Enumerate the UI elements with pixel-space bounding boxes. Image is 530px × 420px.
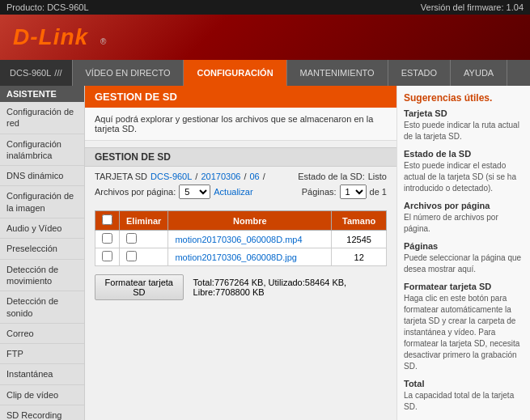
sidebar-item-sd-recording[interactable]: SD Recording	[0, 405, 84, 420]
pages-select[interactable]: 1	[340, 185, 367, 199]
row2-checkbox-cell	[95, 248, 120, 266]
row1-delete-cell	[120, 231, 168, 248]
row2-checkbox[interactable]	[102, 251, 112, 261]
row1-checkbox[interactable]	[102, 233, 112, 244]
main-info-text: Aquí podrá explorar y gestionar los arch…	[85, 108, 396, 141]
sd-status-label: Estado de la SD:	[298, 172, 365, 181]
sidebar-item-audio-video[interactable]: Audio y Vídeo	[0, 218, 84, 239]
sidebar-item-ftp[interactable]: FTP	[0, 344, 84, 364]
row2-size: 12	[332, 248, 387, 266]
help-formatear-title: Formatear tarjeta SD	[404, 282, 524, 291]
nav-ayuda[interactable]: AYUDA	[451, 60, 507, 86]
sd-label: TARJETA SD	[95, 172, 147, 181]
sd-info-row-top: TARJETA SD DCS-960L / 20170306 / 06 / Es…	[95, 172, 387, 181]
per-page-label: Archivos por página:	[95, 187, 176, 197]
format-button[interactable]: Formatear tarjeta SD	[95, 274, 184, 300]
right-sidebar: Sugerencias útiles. Tarjeta SD Esto pued…	[396, 86, 530, 420]
nav-mantenimiento[interactable]: MANTENIMIENTO	[287, 60, 388, 86]
help-archivos-pagina-title: Archivos por página	[404, 201, 524, 210]
row2-name[interactable]: motion20170306_060008D.jpg	[168, 248, 332, 266]
sd-status-area: Estado de la SD: Listo	[298, 172, 387, 181]
sidebar-section-asistente: ASISTENTE	[0, 86, 84, 102]
row1-name[interactable]: motion20170306_060008D.mp4	[168, 231, 332, 248]
table-row: motion20170306_060008D.mp4 12545	[95, 231, 387, 248]
main-section-title: GESTION DE SD	[85, 86, 396, 108]
help-archivos-pagina: Archivos por página El número de archivo…	[404, 201, 524, 235]
col-delete: Eliminar	[120, 211, 168, 231]
product-label: Producto: DCS-960L	[6, 2, 89, 12]
row2-delete-cell	[120, 248, 168, 266]
pages-label: Páginas:	[302, 187, 337, 197]
help-total-title: Total	[404, 379, 524, 388]
sd-status-value: Listo	[368, 172, 387, 181]
sidebar-item-preseleccion[interactable]: Preselección	[0, 239, 84, 259]
logo-d: D	[13, 24, 30, 49]
row1-delete-checkbox[interactable]	[126, 233, 137, 244]
sd-link-folder[interactable]: 06	[249, 172, 259, 181]
sidebar-item-config-imagen[interactable]: Configuración de la imagen	[0, 186, 84, 218]
sd-link-date[interactable]: 20170306	[201, 172, 240, 181]
sd-sep1: /	[195, 172, 197, 181]
sd-sep3: /	[263, 172, 265, 181]
help-tarjeta-sd-title: Tarjeta SD	[404, 108, 524, 118]
per-page-select[interactable]: 5 10 25	[179, 185, 210, 199]
sd-link-model[interactable]: DCS-960L	[151, 172, 192, 181]
help-paginas-text: Puede seleccionar la página que desea mo…	[404, 252, 524, 275]
logo: D-Link ®	[13, 24, 107, 50]
row1-size: 12545	[332, 231, 387, 248]
nav-estado[interactable]: ESTADO	[388, 60, 451, 86]
top-bar: Producto: DCS-960L Versión del firmware:…	[0, 0, 530, 15]
format-row: Formatear tarjeta SD Total:7767264 KB, U…	[85, 269, 396, 305]
update-link[interactable]: Actualizar	[214, 187, 252, 197]
header: D-Link ®	[0, 15, 530, 60]
nav-separator: ///	[54, 68, 61, 78]
sd-info: TARJETA SD DCS-960L / 20170306 / 06 / Es…	[85, 167, 396, 207]
layout: ASISTENTE Configuración de red Configura…	[0, 86, 530, 420]
help-formatear-text: Haga clic en este botón para formatear a…	[404, 293, 524, 372]
sidebar-item-config-red[interactable]: Configuración de red	[0, 102, 84, 134]
right-sidebar-title: Sugerencias útiles.	[404, 92, 524, 104]
help-formatear: Formatear tarjeta SD Haga clic en este b…	[404, 282, 524, 372]
sd-info-row-bottom: Archivos por página: 5 10 25 Actualizar …	[95, 185, 387, 199]
sidebar-item-correo[interactable]: Correo	[0, 324, 84, 344]
table-row: motion20170306_060008D.jpg 12	[95, 248, 387, 266]
sidebar: ASISTENTE Configuración de red Configura…	[0, 86, 85, 420]
help-estado-sd: Estado de la SD Esto puede indicar el es…	[404, 149, 524, 194]
help-total-text: La capacidad total de la tarjeta SD.	[404, 390, 524, 413]
logo-dash: -	[30, 24, 38, 49]
sd-sep2: /	[244, 172, 246, 181]
nav-configuracion[interactable]: CONFIGURACIÓN	[184, 60, 286, 86]
sidebar-item-dns[interactable]: DNS dinámico	[0, 166, 84, 186]
firmware-label: Versión del firmware: 1.04	[421, 2, 524, 12]
nav-bar: DCS-960L /// VÍDEO EN DIRECTO CONFIGURAC…	[0, 60, 530, 86]
help-estado-sd-title: Estado de la SD	[404, 149, 524, 159]
sidebar-item-config-inalambrica[interactable]: Configuración inalámbrica	[0, 134, 84, 167]
pages-of: de 1	[370, 187, 387, 197]
col-name: Nombre	[168, 211, 332, 231]
sidebar-item-instantanea[interactable]: Instantánea	[0, 364, 84, 384]
help-estado-sd-text: Esto puede indicar el estado actual de l…	[404, 160, 524, 194]
help-tarjeta-sd: Tarjeta SD Esto puede indicar la ruta ac…	[404, 108, 524, 142]
storage-info: Total:7767264 KB, Utilizado:58464 KB, Li…	[193, 278, 387, 297]
sidebar-item-deteccion-sonido[interactable]: Detección de sonido	[0, 291, 84, 324]
pages-area: Páginas: 1 de 1	[302, 185, 387, 199]
subsection-title: GESTION DE SD	[85, 147, 396, 167]
select-all-checkbox[interactable]	[102, 214, 112, 225]
col-size: Tamano	[332, 211, 387, 231]
nav-model-text: DCS-960L	[10, 68, 51, 78]
sidebar-item-deteccion-movimiento[interactable]: Detección de movimiento	[0, 260, 84, 292]
logo-link: Link	[39, 24, 89, 49]
help-total: Total La capacidad total de la tarjeta S…	[404, 379, 524, 413]
row2-delete-checkbox[interactable]	[126, 251, 137, 261]
main-content: GESTION DE SD Aquí podrá explorar y gest…	[85, 86, 396, 420]
sd-path-area: TARJETA SD DCS-960L / 20170306 / 06 /	[95, 172, 265, 181]
help-tarjeta-sd-text: Esto puede indicar la ruta actual de la …	[404, 120, 524, 142]
per-page-area: Archivos por página: 5 10 25 Actualizar	[95, 185, 253, 199]
sidebar-item-clip-video[interactable]: Clip de vídeo	[0, 385, 84, 405]
col-checkbox	[95, 211, 120, 231]
file-table: Eliminar Nombre Tamano motion20170306_06…	[95, 210, 387, 266]
nav-video-directo[interactable]: VÍDEO EN DIRECTO	[73, 60, 184, 86]
logo-trademark: ®	[100, 37, 107, 46]
help-paginas: Páginas Puede seleccionar la página que …	[404, 241, 524, 275]
row1-checkbox-cell	[95, 231, 120, 248]
